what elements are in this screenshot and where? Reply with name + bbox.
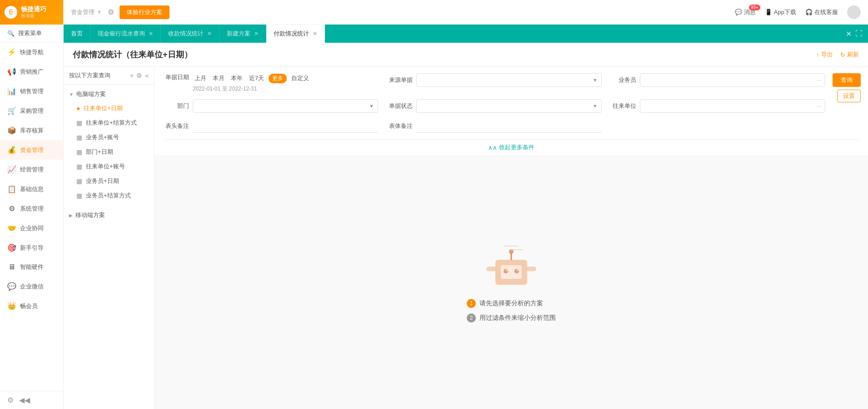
collapse-filters-button[interactable]: ∧∧ 收起更多条件 [164, 139, 859, 155]
settings-footer-icon[interactable]: ⚙ [7, 396, 14, 404]
sidebar-footer: ⚙ ◀◀ [0, 391, 63, 409]
hardware-icon: 🖥 [7, 263, 16, 271]
sidebar-item-label: 经营管理 [20, 166, 44, 174]
trial-button[interactable]: 体验行业方案 [120, 5, 170, 19]
sales-icon: 📊 [7, 87, 16, 96]
scheme-group-desktop: ▼ 电脑端方案 ● 往来单位+日期 ▦ 往来单位+结算方式 ▦ 业务员+账号 ▦ [64, 85, 154, 206]
cooperation-icon: 🤝 [7, 224, 16, 232]
phone-icon: 📱 [765, 9, 772, 15]
empty-state: 1 请先选择要分析的方案 2 用过滤条件来缩小分析范围 [155, 155, 868, 409]
sidebar-item-purchase[interactable]: 🛒 采购管理 [0, 101, 63, 121]
tab-bank-flow[interactable]: 现金银行流水查询 ✕ [90, 25, 161, 43]
sidebar-item-quick-nav[interactable]: ⚡ 快捷导航 [0, 42, 63, 62]
sidebar-item-system[interactable]: ⚙ 系统管理 [0, 199, 63, 218]
scheme-settings-icon[interactable]: ⚙ [136, 72, 142, 79]
date-label: 单据日期 [162, 73, 189, 81]
scheme-group-desktop-header[interactable]: ▼ 电脑端方案 [64, 87, 154, 101]
sidebar-item-basic[interactable]: 📋 基础信息 [0, 179, 63, 199]
sidebar-item-finance[interactable]: 💰 资金管理 [0, 140, 63, 160]
dept-control[interactable]: ▼ [193, 99, 378, 113]
sidebar-item-member[interactable]: 👑 畅会员 [0, 296, 63, 316]
sidebar-item-label: 系统管理 [20, 205, 44, 213]
source-control[interactable]: ▼ [416, 73, 602, 87]
collapse-sidebar-icon[interactable]: ◀◀ [19, 396, 30, 404]
tab-bank-flow-close[interactable]: ✕ [149, 30, 153, 37]
query-button[interactable]: 查询 [833, 73, 861, 87]
page-title: 付款情况统计（往来单位+日期） [73, 49, 192, 60]
message-badge: 99+ [749, 5, 760, 10]
messages-item[interactable]: 💬 消息 99+ [735, 8, 756, 16]
marketing-icon: 📢 [7, 67, 16, 76]
scheme-group-mobile-header[interactable]: ▶ 移动端方案 [64, 208, 154, 222]
scheme-item-5[interactable]: ▦ 业务员+日期 [64, 174, 154, 188]
empty-illustration [482, 242, 541, 292]
sidebar-item-guide[interactable]: 🎯 新手引导 [0, 238, 63, 258]
tab-payment-stats-close[interactable]: ✕ [207, 30, 212, 37]
date-tab-this-year[interactable]: 本年 [229, 73, 244, 83]
scheme-item-1[interactable]: ▦ 往来单位+结算方式 [64, 116, 154, 130]
scheme-item-3[interactable]: ▦ 部门+日期 [64, 145, 154, 159]
scheme-item-6[interactable]: ▦ 业务员+结算方式 [64, 188, 154, 203]
tab-new-scheme-close[interactable]: ✕ [254, 30, 259, 37]
settings-button[interactable]: 设置 [837, 90, 861, 102]
message-icon: 💬 [735, 9, 742, 15]
guide-icon: 🎯 [7, 243, 16, 252]
date-tab-7days[interactable]: 近7天 [247, 73, 266, 83]
refresh-label: 刷新 [847, 50, 859, 59]
sidebar-item-operation[interactable]: 📈 经营管理 [0, 160, 63, 179]
sidebar-item-wechat[interactable]: 💬 企业微信 [0, 277, 63, 296]
user-avatar[interactable] [847, 5, 861, 19]
close-tab-icon[interactable]: ✕ [846, 30, 852, 38]
add-scheme-button[interactable]: + [130, 72, 134, 79]
breadcrumb-arrow: ▼ [96, 9, 102, 15]
tab-new-scheme[interactable]: 新建方案 ✕ [219, 25, 266, 43]
tab-payment-stats[interactable]: 收款情况统计 ✕ [161, 25, 219, 43]
basic-icon: 📋 [7, 185, 16, 193]
scheme-item-4[interactable]: ▦ 往来单位+账号 [64, 159, 154, 174]
sidebar-item-inventory[interactable]: 📦 库存核算 [0, 121, 63, 140]
partner-label: 往来单位 [609, 102, 636, 110]
collapse-up-icon: ∧∧ [488, 144, 497, 151]
tab-home[interactable]: 首页 [64, 25, 90, 43]
collapse-scheme-icon[interactable]: « [145, 72, 149, 79]
scheme-item-icon-2: ▦ [76, 134, 82, 141]
sidebar-item-label: 企业微信 [20, 283, 44, 291]
tab-pay-stats-close[interactable]: ✕ [313, 30, 317, 37]
scheme-item-2[interactable]: ▦ 业务员+账号 [64, 130, 154, 145]
dept-label: 部门 [162, 102, 189, 110]
filter-cell-partner: 往来单位 ··· [609, 99, 825, 113]
sidebar-item-marketing[interactable]: 📢 营销推广 [0, 62, 63, 81]
maximize-icon[interactable]: ⛶ [855, 30, 863, 38]
sidebar-item-cooperation[interactable]: 🤝 企业协同 [0, 218, 63, 238]
app-download-item[interactable]: 📱 App下载 [765, 8, 796, 16]
svg-point-5 [517, 269, 519, 271]
sidebar-item-label: 采购管理 [20, 107, 44, 115]
export-button[interactable]: ↑ 导出 [817, 50, 833, 59]
system-icon: ⚙ [7, 204, 16, 213]
body-note-label: 表体备注 [385, 122, 413, 130]
scheme-group-mobile-label: 移动端方案 [75, 211, 105, 219]
sidebar-item-sales[interactable]: 📊 销售管理 [0, 81, 63, 101]
body-note-input[interactable] [416, 119, 602, 133]
doc-status-control[interactable]: ▼ [416, 99, 602, 113]
sidebar-item-label: 快捷导航 [20, 48, 44, 56]
tab-pay-stats[interactable]: 付款情况统计 ✕ [266, 25, 325, 43]
refresh-button[interactable]: ↻ 刷新 [840, 50, 859, 59]
scheme-panel: 按以下方案查询 + ⚙ « ▼ 电脑端方案 ● 往来单位+日期 ▦ [64, 67, 155, 409]
salesman-control[interactable]: ··· [640, 73, 825, 87]
sidebar-item-label: 智能硬件 [20, 263, 44, 271]
header-note-input[interactable] [193, 119, 378, 133]
scheme-item-0[interactable]: ● 往来单位+日期 [64, 101, 154, 116]
date-tab-this-month[interactable]: 本月 [211, 73, 226, 83]
date-tab-custom[interactable]: 自定义 [289, 73, 311, 83]
online-service-item[interactable]: 🎧 在线客服 [805, 8, 838, 16]
date-tab-more[interactable]: 更多 [269, 74, 287, 83]
sidebar-item-hardware[interactable]: 🖥 智能硬件 [0, 258, 63, 277]
partner-control[interactable]: ··· [640, 99, 825, 113]
salesman-label: 业务员 [609, 76, 636, 84]
topbar-settings-icon[interactable]: ⚙ [108, 8, 114, 16]
filter-cell-salesman: 业务员 ··· [609, 73, 825, 87]
date-tab-last-month[interactable]: 上月 [193, 73, 208, 83]
sidebar-search[interactable]: 🔍 搜索菜单 [0, 25, 63, 42]
page-actions: ↑ 导出 ↻ 刷新 [817, 50, 859, 59]
